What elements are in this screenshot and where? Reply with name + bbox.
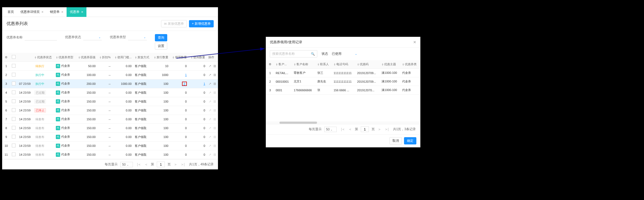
table-row[interactable]: 3 0001 17666666666 张 156 6666 ... 201912… — [266, 86, 420, 94]
close-icon[interactable]: ✕ — [61, 10, 63, 13]
confirm-button[interactable]: 确定 — [404, 137, 416, 144]
sort-icon[interactable]: ▲▼ — [154, 56, 156, 59]
use-count-link[interactable]: 1 — [203, 82, 205, 85]
table-row[interactable]: 2 执行中 代代金券 100.00 -- 0.00 客户领取 1000 1 0 … — [2, 71, 218, 79]
sort-icon[interactable]: ▲▼ — [276, 63, 278, 66]
table-row[interactable]: 1 RETAIL... 零散客户 张三 11111111111 20191207… — [266, 69, 420, 77]
table-row[interactable]: 6 14 23:59 已终止 代代金券 150.00 -- 0.00 客户领取 … — [2, 106, 218, 115]
row-checkbox[interactable] — [12, 82, 16, 85]
close-icon[interactable]: ✕ — [41, 10, 43, 13]
share-icon[interactable]: ↗ — [209, 100, 211, 103]
share-icon[interactable]: ↗ — [209, 117, 211, 121]
claim-count-link[interactable]: 3 — [184, 82, 185, 85]
share-icon[interactable]: ↗ — [209, 108, 211, 112]
coupon-name-input[interactable] — [25, 34, 57, 41]
row-checkbox[interactable] — [12, 135, 16, 139]
table-row[interactable]: 8 14 23:59 待发布 代代金券 150.00 -- 0.00 客户领取 … — [2, 124, 218, 133]
share-icon[interactable]: ↗ — [209, 82, 211, 86]
qrcode-icon[interactable]: ⊞ — [213, 108, 216, 112]
table-row[interactable]: 10 14 23:59 待发布 代代金券 150.00 -- 0.00 客户领取… — [2, 141, 218, 150]
sort-icon[interactable]: ▲▼ — [34, 56, 37, 59]
row-checkbox[interactable] — [12, 90, 16, 94]
table-row[interactable]: 4 14 23:59 已过期 代代金券 150.00 -- 0.00 客户领取 … — [2, 88, 218, 97]
sort-icon[interactable]: ▲▼ — [317, 63, 319, 66]
page-size-select[interactable]: 50 ⌄ — [120, 162, 133, 167]
share-icon[interactable]: ↗ — [209, 91, 211, 94]
share-icon[interactable]: ↗ — [209, 64, 211, 68]
table-row[interactable]: 1 待执行 代代金券 50.00 -- 0.00 客户领取 10 0 0 ↗⊞ — [2, 62, 218, 71]
claim-count-link[interactable]: 1 — [185, 73, 187, 77]
table-row[interactable]: 9 14 23:59 待发布 代代金券 150.00 -- 0.00 客户领取 … — [2, 133, 218, 141]
cancel-button[interactable]: 取消 — [390, 137, 402, 144]
first-page-button[interactable]: |< — [136, 163, 141, 166]
search-input[interactable]: 搜索优惠券名称 🔍 — [270, 50, 317, 57]
qrcode-icon[interactable]: ⊞ — [213, 153, 216, 157]
sort-icon[interactable]: ▲▼ — [381, 63, 384, 66]
row-checkbox[interactable] — [12, 152, 16, 156]
sort-icon[interactable]: ▲▼ — [78, 56, 80, 59]
close-icon[interactable]: ✕ — [413, 40, 416, 44]
qrcode-icon[interactable]: ⊞ — [213, 135, 216, 139]
row-checkbox[interactable] — [12, 64, 16, 68]
sort-icon[interactable]: ▲▼ — [334, 63, 336, 66]
qrcode-icon[interactable]: ⊞ — [213, 144, 216, 148]
sort-icon[interactable]: ▲▼ — [191, 56, 193, 59]
prev-page-button[interactable]: < — [144, 163, 148, 166]
sort-icon[interactable]: ▲▼ — [99, 56, 101, 59]
qrcode-icon[interactable]: ⊞ — [213, 91, 216, 94]
row-checkbox[interactable] — [12, 73, 16, 77]
status-select[interactable]: ⌄ — [83, 34, 102, 40]
horizontal-scrollbar[interactable] — [266, 121, 420, 124]
share-icon[interactable]: ↗ — [209, 73, 211, 77]
query-button[interactable]: 查询 — [155, 34, 167, 41]
qrcode-icon[interactable]: ⊞ — [213, 82, 216, 86]
qrcode-icon[interactable]: ⊞ — [213, 64, 216, 68]
settings-button[interactable]: 设置 — [155, 42, 167, 50]
sort-icon[interactable]: ▲▼ — [294, 63, 296, 66]
select-all-checkbox[interactable] — [12, 55, 16, 59]
close-icon[interactable]: ✕ — [81, 10, 83, 13]
row-checkbox[interactable] — [12, 108, 16, 112]
table-row[interactable]: 7 14 23:59 待发布 代代金券 150.00 -- 0.00 客户领取 … — [2, 115, 218, 124]
table-row[interactable]: 11 14 23:59 待发布 代代金券 150.00 -- 0.00 客户领取… — [2, 150, 218, 159]
tab-sales-order[interactable]: 销货单✕ — [47, 7, 67, 17]
tab-coupon[interactable]: 优惠券✕ — [67, 7, 86, 17]
tab-coupon-detail[interactable]: 优惠券详情页✕ — [17, 7, 47, 17]
next-page-button[interactable]: > — [173, 163, 177, 166]
row-checkbox[interactable] — [12, 144, 16, 147]
row-checkbox[interactable] — [12, 99, 16, 103]
gear-icon[interactable]: ⚙ — [269, 63, 271, 66]
tab-home[interactable]: 首页 — [4, 7, 17, 17]
sort-icon[interactable]: ▲▼ — [56, 56, 58, 59]
share-icon[interactable]: ↗ — [209, 144, 211, 148]
add-coupon-button[interactable]: + 新增优惠券 — [189, 20, 214, 27]
qrcode-icon[interactable]: ⊞ — [213, 73, 216, 77]
search-icon[interactable]: 🔍 — [311, 52, 315, 56]
prev-page-button[interactable]: < — [348, 128, 352, 131]
qrcode-icon[interactable]: ⊞ — [213, 100, 216, 103]
sort-icon[interactable]: ▲▼ — [115, 56, 117, 59]
distribute-coupon-button[interactable]: ✉发放优惠券 — [161, 20, 187, 27]
type-select[interactable]: ⌄ — [128, 34, 147, 40]
share-icon[interactable]: ↗ — [209, 153, 211, 157]
table-row[interactable]: 3 07 23:59 执行中 代代金券 200.00 -- 1000.00 客户… — [2, 79, 218, 88]
share-icon[interactable]: ↗ — [209, 135, 211, 139]
page-number-input[interactable] — [361, 126, 369, 132]
gear-icon[interactable]: ⚙ — [5, 56, 8, 59]
sort-icon[interactable]: ▲▼ — [135, 56, 137, 59]
share-icon[interactable]: ↗ — [209, 126, 211, 130]
modal-status-select[interactable]: 已使用 ⌄ — [331, 50, 358, 57]
last-page-button[interactable]: >| — [180, 163, 186, 166]
row-checkbox[interactable] — [12, 117, 16, 121]
first-page-button[interactable]: |< — [339, 128, 345, 131]
page-size-select[interactable]: 50 ⌄ — [324, 127, 337, 132]
table-row[interactable]: 2 00010001 北京1 唐先生 11111111111 201912070… — [266, 77, 420, 86]
page-number-input[interactable] — [157, 162, 165, 167]
table-row[interactable]: 5 14 23:59 已过期 代代金券 150.00 -- 0.00 客户领取 … — [2, 97, 218, 106]
row-checkbox[interactable] — [12, 126, 16, 130]
qrcode-icon[interactable]: ⊞ — [213, 126, 216, 130]
next-page-button[interactable]: > — [377, 128, 381, 131]
last-page-button[interactable]: >| — [384, 128, 390, 131]
sort-icon[interactable]: ▲▼ — [402, 63, 404, 66]
sort-icon[interactable]: ▲▼ — [357, 63, 359, 66]
